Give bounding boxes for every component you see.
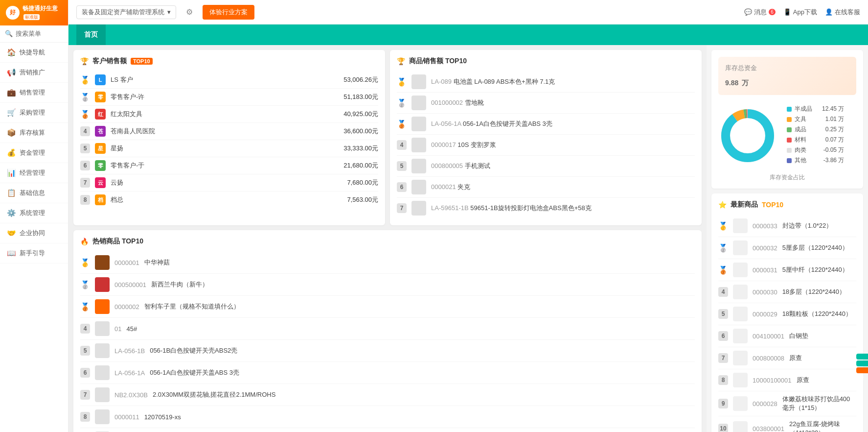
rank-3-avatar: 红 (95, 109, 106, 120)
system-selector[interactable]: 装备及固定资产辅助管理系统 ▾ (76, 5, 176, 19)
hot-product-item: 7 NB2.0X30B 2.0X30MM双搓花轴,搓花直径2.1MM/ROHS (80, 384, 695, 406)
search-menu[interactable]: 🔍 搜索菜单 (0, 25, 68, 43)
product-name: 45# (126, 325, 137, 333)
settings-button[interactable]: ⚙ (182, 5, 197, 20)
product-name: 中华神菇 (144, 258, 170, 267)
legend-item: 材料 0.07 万 (787, 136, 844, 144)
rank-8-avatar: 档 (95, 194, 106, 205)
marketing-icon: 📢 (7, 68, 16, 77)
rank-num: 5 (80, 144, 90, 153)
product-thumb (95, 343, 110, 358)
sidebar-item-basic-info[interactable]: 📋 基础信息 (0, 183, 68, 203)
rank-item: 8 档 档总 7,563.00元 (80, 192, 378, 208)
sidebar-item-marketing[interactable]: 📢 营销推广 (0, 63, 68, 83)
online-service-button[interactable]: 👤 在线客服 (825, 8, 860, 17)
hot-product-item: 🥈 000500001 新西兰牛肉（新牛） (80, 274, 695, 296)
product-code: 004100001 (753, 333, 784, 340)
inventory-icon: 📦 (7, 128, 16, 137)
sidebar-item-quick-nav[interactable]: 🏠 快捷导航 (0, 43, 68, 63)
finance-icon: 💰 (7, 148, 16, 157)
legend-name: 肉类 (795, 146, 819, 154)
new-product-item: 5 0000029 18颗粒板（1220*2440） (718, 303, 856, 325)
legend-val: -0.05 万 (823, 146, 845, 154)
product-sales-title: 🏆 商品销售额 TOP10 (397, 57, 695, 66)
product-name: LA-089 电池盖 LA-089 ABS本色+黑种 7.1克 (431, 77, 695, 86)
search-icon: 🔍 (5, 30, 13, 37)
product-rank-item: 🥈 001000002 雪地靴 (397, 93, 695, 114)
product-thumb (95, 277, 110, 292)
product-code: 0000001 (114, 259, 139, 266)
legend-name: 文具 (795, 115, 819, 123)
home-icon: 🏠 (7, 48, 16, 57)
top10-label: TOP10 (762, 201, 783, 209)
top-nav-home[interactable]: 首页 (76, 24, 106, 45)
customer-rank-list: 🥇 L LS 客户 53,006.26元 🥈 零 零售客户-许 51,183.0… (80, 72, 378, 208)
app-download-button[interactable]: 📱 App下载 (783, 8, 817, 17)
rank-5-value: 33,333.00元 (343, 144, 378, 153)
product-name: 智利车子里（规格不知道填什么） (144, 302, 240, 311)
nav-label: 库存核算 (20, 128, 45, 137)
sidebar-item-system[interactable]: ⚙️ 系统管理 (0, 203, 68, 223)
sidebar-item-operation[interactable]: 📊 经营管理 (0, 163, 68, 183)
home-nav-label: 首页 (84, 30, 98, 38)
trial-button[interactable]: 体验行业方案 (203, 5, 254, 20)
rank-2-trophy: 🥈 (80, 93, 90, 102)
sidebar-item-collab[interactable]: 🤝 企业协同 (0, 223, 68, 243)
customer-service-button[interactable]: 客服热线 (856, 354, 868, 360)
product-name: LA-59651-1B 59651-1B旋转投影灯电池盒ABS黑色+58克 (431, 204, 695, 213)
product-name: 056-1B白色按键开关壳ABS2壳 (150, 346, 237, 355)
float-support: 客服热线 服务社区 直播 (856, 354, 868, 373)
product-code: LA-056-1A (114, 369, 145, 377)
product-thumb (733, 329, 748, 343)
legend-dot (787, 127, 792, 132)
product-name: 原查 (797, 376, 809, 384)
product-thumb (95, 321, 110, 336)
product-rank-item: 🥇 LA-089 电池盖 LA-089 ABS本色+黑种 7.1克 (397, 72, 695, 93)
legend-val: 0.25 万 (825, 125, 845, 134)
messages-button[interactable]: 💬 消息 6 (744, 8, 776, 17)
product-code: NB2.0X30B (114, 391, 148, 399)
top10-badge: TOP10 (131, 58, 153, 65)
hot-product-item: 🥉 0000002 智利车子里（规格不知道填什么） (80, 296, 695, 318)
rank-6-value: 21,680.00元 (343, 161, 378, 170)
new-product-item: 8 10000100001 原查 (718, 369, 856, 391)
product-img (411, 138, 426, 152)
mobile-icon: 📱 (783, 8, 791, 16)
product-rank-item: 5 000800005 手机测试 (397, 156, 695, 177)
product-code: 0000028 (753, 400, 777, 408)
hot-products-card: 🔥 热销商品 TOP10 🥇 0000001 中华神菇 🥈 000500001 (73, 230, 702, 432)
product-code: 000800008 (753, 355, 784, 362)
donut-chart (718, 106, 777, 165)
left-panel: 🏆 客户销售额 TOP10 🥇 L LS 客户 53,006.26元 🥈 (69, 45, 707, 432)
operation-icon: 📊 (7, 168, 16, 177)
top10-row: 🏆 客户销售额 TOP10 🥇 L LS 客户 53,006.26元 🥈 (73, 50, 702, 225)
sales-icon: 💼 (7, 88, 16, 97)
product-thumb (733, 285, 748, 299)
logo-icon: 好 (6, 6, 20, 20)
live-button[interactable]: 直播 (856, 367, 868, 373)
rank-num: 7 (80, 178, 90, 188)
product-thumb (733, 263, 748, 277)
product-thumb (733, 240, 748, 255)
new-products-card: ⭐ 最新商品 TOP10 🥇 0000033 封边带（1.0*22） 🥈 000… (711, 193, 863, 432)
rank-item: 🥈 零 零售客户-许 51,183.00元 (80, 89, 378, 106)
rank-num: 6 (80, 161, 90, 170)
legend-item: 文具 1.01 万 (787, 115, 844, 123)
inventory-card: 库存总资金 9.88 万 (711, 50, 863, 189)
product-img (411, 201, 426, 216)
rank-8-value: 7,563.00元 (347, 195, 378, 204)
online-service-label: 在线客服 (835, 8, 860, 17)
sidebar-item-guide[interactable]: 📖 新手引导 (0, 243, 68, 264)
star-icon: ⭐ (718, 201, 727, 209)
new-product-item: 7 000800008 原查 (718, 347, 856, 369)
sidebar-item-inventory[interactable]: 📦 库存核算 (0, 123, 68, 143)
nav-label: 销售管理 (20, 88, 45, 97)
rank-7-avatar: 云 (95, 177, 106, 188)
message-icon: 💬 (744, 8, 752, 16)
sidebar-item-sales[interactable]: 💼 销售管理 (0, 83, 68, 103)
sidebar-item-finance[interactable]: 💰 资金管理 (0, 143, 68, 163)
sidebar-item-purchase[interactable]: 🛒 采购管理 (0, 103, 68, 123)
service-community-button[interactable]: 服务社区 (856, 360, 868, 366)
product-img (411, 159, 426, 173)
product-rank-item: 6 0000021 夹克 (397, 177, 695, 198)
